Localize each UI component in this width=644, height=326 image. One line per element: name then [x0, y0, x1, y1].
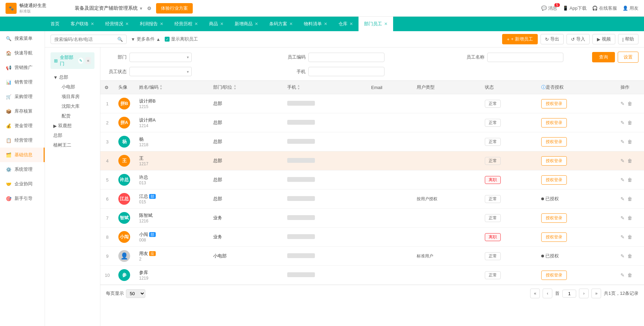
nav-close-active-icon[interactable]: ✕: [384, 21, 388, 26]
sidebar-item-finance[interactable]: 💰 资金管理: [0, 118, 45, 133]
page-size-select[interactable]: 50 100 200: [126, 289, 145, 298]
online-service-button[interactable]: 🎧 在线客服: [592, 5, 617, 11]
nav-close-icon[interactable]: ✕: [91, 21, 94, 26]
empname-input[interactable]: [487, 53, 563, 62]
add-employee-button[interactable]: + + 新增员工: [502, 34, 538, 44]
sidebar-item-management[interactable]: 📋 经营管理: [0, 133, 45, 148]
next-page-button[interactable]: ›: [579, 289, 589, 298]
phone-input[interactable]: [308, 67, 384, 76]
col-name[interactable]: 姓名/编码 ▲▼: [135, 81, 209, 94]
auth-login-button[interactable]: 授权登录: [541, 156, 567, 166]
status-select[interactable]: [129, 67, 192, 76]
sidebar-item-system[interactable]: ⚙️ 系统管理: [0, 162, 45, 177]
dept-node-shuanglu[interactable]: ▶ 双鹿想: [51, 121, 97, 131]
nav-item-customer[interactable]: 客户联络✕: [65, 17, 100, 31]
nav-close-icon[interactable]: ✕: [160, 21, 163, 26]
nav-item-home[interactable]: 首页: [45, 17, 65, 31]
delete-icon[interactable]: 🗑: [627, 272, 632, 278]
sidebar-item-purchase[interactable]: 🛒 采购管理: [0, 89, 45, 104]
nav-close-icon[interactable]: ✕: [289, 21, 293, 26]
delete-icon[interactable]: 🗑: [627, 234, 632, 240]
edit-icon[interactable]: ✎: [620, 272, 625, 278]
edit-icon[interactable]: ✎: [620, 253, 625, 259]
gear-icon[interactable]: ⚙: [144, 3, 154, 13]
dept-node-zhishu[interactable]: 植树王二: [51, 140, 97, 150]
nav-close-icon[interactable]: ✕: [255, 21, 258, 26]
nav-item-process[interactable]: 经营历程✕: [169, 17, 203, 31]
nav-item-barcode[interactable]: 条码方案✕: [264, 17, 298, 31]
edit-icon[interactable]: ✎: [620, 177, 625, 183]
video-button[interactable]: ▶ 视频: [592, 34, 615, 44]
sidebar-item-inventory[interactable]: 📦 库存核算: [0, 104, 45, 118]
edit-icon[interactable]: ✎: [620, 215, 625, 221]
empcode-input[interactable]: [308, 53, 384, 62]
edit-icon[interactable]: ✎: [620, 139, 625, 144]
auth-login-button[interactable]: 授权登录: [541, 99, 567, 108]
all-dept-item[interactable]: ⊞ 全部部门 ✎ «: [51, 52, 94, 69]
delete-icon[interactable]: 🗑: [627, 177, 632, 183]
nav-close-icon[interactable]: ✕: [324, 21, 327, 26]
more-filter-button[interactable]: ▼ 更多条件 ▲: [131, 36, 161, 42]
edit-icon[interactable]: ✎: [620, 120, 625, 125]
sidebar-item-nav[interactable]: 🏠 快速导航: [0, 46, 45, 60]
nav-item-employee[interactable]: 部门员工✕: [359, 17, 393, 31]
dept-node-peihuo[interactable]: 配货: [51, 111, 97, 121]
nav-close-icon[interactable]: ✕: [350, 21, 353, 26]
nav-item-profit[interactable]: 利润报告✕: [134, 17, 169, 31]
nav-item-addgoods[interactable]: 新增商品✕: [229, 17, 264, 31]
query-button[interactable]: 查询: [592, 52, 615, 62]
nav-close-icon[interactable]: ✕: [125, 21, 129, 26]
user-avatar[interactable]: 👤 用友: [623, 5, 638, 11]
nav-item-bom[interactable]: 物料清单✕: [298, 17, 333, 31]
delete-icon[interactable]: 🗑: [627, 158, 632, 164]
sidebar-item-basicinfo[interactable]: 🗂️ 基础信息: [0, 148, 45, 162]
try-button[interactable]: 体验行业方案: [156, 3, 193, 14]
help-button[interactable]: | 帮助: [618, 34, 638, 44]
auth-login-button[interactable]: 授权登录: [541, 271, 567, 280]
dept-node-xiaodibu[interactable]: 小电部: [51, 82, 97, 92]
edit-icon[interactable]: ✎: [78, 58, 83, 64]
prev-page-button[interactable]: ‹: [543, 289, 552, 298]
page-number-input[interactable]: [562, 290, 576, 298]
delete-icon[interactable]: 🗑: [627, 253, 632, 259]
sidebar-item-search[interactable]: 🔍 搜索菜单: [0, 31, 45, 46]
auth-login-button[interactable]: 授权登录: [541, 232, 567, 242]
col-dept[interactable]: 部门/职位 ▲▼: [209, 81, 283, 94]
dept-node-shenyangdaku[interactable]: 沈阳大库: [51, 102, 97, 111]
auth-login-button[interactable]: 授权登录: [541, 175, 567, 185]
export-button[interactable]: ↻ 导出: [541, 34, 564, 44]
auth-login-button[interactable]: 授权登录: [541, 137, 567, 147]
last-page-button[interactable]: »: [591, 289, 601, 298]
import-button[interactable]: ↺ 导入: [566, 34, 590, 44]
nav-close-icon[interactable]: ✕: [220, 21, 224, 26]
dropdown-arrow-icon[interactable]: ▾: [140, 6, 142, 11]
nav-item-business[interactable]: 经营情况✕: [100, 17, 134, 31]
sidebar-item-collab[interactable]: 🤝 企业协同: [0, 177, 45, 191]
dept-select[interactable]: [129, 53, 192, 62]
nav-item-warehouse[interactable]: 仓库✕: [333, 17, 359, 31]
nav-item-goods[interactable]: 商品✕: [203, 17, 229, 31]
sidebar-item-guide[interactable]: 🎯 新手引导: [0, 191, 45, 206]
first-page-button[interactable]: «: [530, 289, 540, 298]
edit-icon[interactable]: ✎: [620, 101, 625, 106]
edit-icon[interactable]: ✎: [620, 196, 625, 202]
collapse-button[interactable]: «: [85, 57, 91, 64]
delete-icon[interactable]: 🗑: [627, 139, 632, 144]
edit-icon[interactable]: ✎: [620, 158, 625, 164]
col-settings[interactable]: ⚙: [100, 81, 114, 94]
dept-node-zongbu2[interactable]: 总部: [51, 131, 97, 140]
sidebar-item-sales[interactable]: 📊 销售管理: [0, 75, 45, 89]
auth-login-button[interactable]: 授权登录: [541, 213, 567, 223]
delete-icon[interactable]: 🗑: [627, 101, 632, 106]
app-download-button[interactable]: 📱 App下载: [563, 5, 587, 11]
sidebar-item-marketing[interactable]: 📢 营销推广: [0, 60, 45, 75]
show-resigned-checkbox[interactable]: ✓ 显示离职员工: [165, 36, 198, 42]
delete-icon[interactable]: 🗑: [627, 196, 632, 202]
delete-icon[interactable]: 🗑: [627, 120, 632, 125]
search-input[interactable]: [54, 37, 115, 42]
dept-node-xiangmuku[interactable]: 项目库房: [51, 92, 97, 102]
auth-login-button[interactable]: 授权登录: [541, 118, 567, 127]
nav-close-icon[interactable]: ✕: [194, 21, 198, 26]
delete-icon[interactable]: 🗑: [627, 215, 632, 221]
settings-button[interactable]: 设置: [618, 52, 638, 63]
